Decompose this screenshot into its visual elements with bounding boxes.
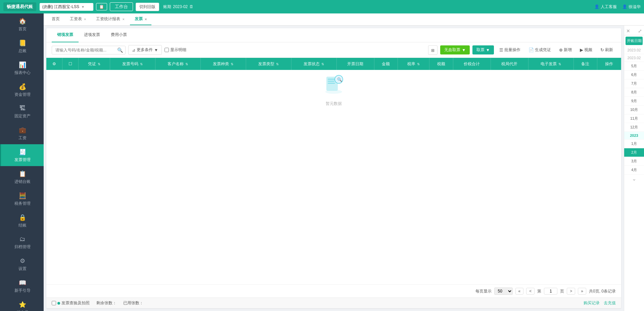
show-detail-checkbox-wrap[interactable]: 显示明细 <box>165 47 186 53</box>
month-entry-1[interactable]: 1月 <box>624 140 644 148</box>
sidebar-item-member[interactable]: ⭐ 畅会员 <box>0 297 44 311</box>
batch-op-button[interactable]: ☰ 批量操作 <box>497 45 523 54</box>
sidebar-item-sales[interactable]: 📋 进销台账 <box>0 166 44 188</box>
prev-page-button[interactable]: < <box>526 288 535 295</box>
col-tax-code[interactable]: 税局代开 <box>491 58 528 70</box>
archive-icon: 🗂 <box>19 236 26 243</box>
tab-salary-table-close[interactable]: × <box>84 17 86 21</box>
month-entry-9[interactable]: 9月 <box>624 97 644 106</box>
col-invoice-no[interactable]: 发票号码 ⇅ <box>110 58 155 70</box>
sub-tab-sales-invoice[interactable]: 销项发票 <box>52 28 79 42</box>
user-profile[interactable]: 👤 徐溢华 <box>622 4 641 10</box>
right-panel-expand[interactable]: ⤢ <box>638 28 642 34</box>
empty-illustration: 🔍 <box>320 70 347 97</box>
col-action[interactable]: 操作 <box>597 58 621 70</box>
new-label: 新增 <box>564 47 572 53</box>
customer-service[interactable]: 👤 人工客服 <box>594 4 617 10</box>
sidebar-item-finance[interactable]: 💰 资金管理 <box>0 79 44 101</box>
sidebar-item-settings[interactable]: ⚙ 设置 <box>0 253 44 275</box>
video-button[interactable]: ▶ 视频 <box>577 45 595 54</box>
right-panel-close[interactable]: ✕ <box>626 28 630 34</box>
col-remark[interactable]: 备注 <box>573 58 597 70</box>
col-amount-tax[interactable]: 价税合计 <box>453 58 491 70</box>
open-date-button[interactable]: 开账日期 <box>626 37 643 45</box>
col-cert[interactable]: 凭证 ⇅ <box>79 58 110 70</box>
batch-op-icon: ☰ <box>499 47 503 52</box>
col-invoice-status[interactable]: 发票状态 ⇅ <box>291 58 336 70</box>
get-bill-button[interactable]: 取票 ▼ <box>472 45 494 54</box>
col-check[interactable]: ☐ <box>62 58 78 70</box>
page-input[interactable] <box>544 288 557 295</box>
purchase-record-link[interactable]: 购买记录 <box>584 300 600 306</box>
first-page-button[interactable]: « <box>515 288 524 295</box>
sidebar-item-tax[interactable]: 🧮 税务管理 <box>0 188 44 210</box>
col-open-date[interactable]: 开票日期 <box>336 58 374 70</box>
toolbar: 🔍 ⊿ 更多条件 ▼ 显示明细 ⊞ <box>46 42 621 58</box>
month-entry-5[interactable]: 5月 <box>624 62 644 71</box>
month-entry-2023-02-1[interactable]: 2023.02 <box>624 46 644 54</box>
sidebar-item-label: 首页 <box>18 26 27 32</box>
grid-settings-button[interactable]: ⊞ <box>428 45 438 55</box>
copy-button[interactable]: 📋 <box>96 3 107 10</box>
sidebar-item-fixed[interactable]: 🏗 固定资产 <box>0 101 44 122</box>
last-page-button[interactable]: » <box>578 288 586 295</box>
sidebar-item-reports[interactable]: 📊 报表中心 <box>0 57 44 79</box>
sub-tab-purchase-invoice[interactable]: 进项发票 <box>79 28 105 42</box>
month-entry-3[interactable]: 3月 <box>624 157 644 166</box>
service-icon: 👤 <box>594 4 599 9</box>
tab-salary-stats-close[interactable]: × <box>122 17 124 21</box>
tab-invoice-close[interactable]: × <box>145 17 147 21</box>
tab-home[interactable]: 首页 <box>47 14 64 25</box>
show-detail-checkbox[interactable] <box>165 48 169 52</box>
tab-salary-stats[interactable]: 工资统计报表 × <box>91 14 129 25</box>
filter-button[interactable]: ⊿ 更多条件 ▼ <box>128 45 162 55</box>
col-customer[interactable]: 客户名称 ⇅ <box>155 58 200 70</box>
month-entry-6[interactable]: 6月 <box>624 71 644 79</box>
video-label: 视频 <box>584 47 592 53</box>
scroll-down-button[interactable]: ⌄ <box>624 174 644 183</box>
month-entry-11[interactable]: 11月 <box>624 114 644 123</box>
sidebar-item-invoice[interactable]: 🧾 发票管理 <box>0 144 44 166</box>
month-entry-12[interactable]: 12月 <box>624 123 644 132</box>
recharge-link[interactable]: 去充值 <box>604 300 616 306</box>
search-input[interactable] <box>52 46 126 54</box>
sidebar-item-newbie[interactable]: 📖 新手引导 <box>0 275 44 297</box>
sidebar-item-home[interactable]: 🏠 首页 <box>0 13 44 35</box>
col-tax-rate[interactable]: 税率 ⇅ <box>398 58 429 70</box>
sidebar-item-close[interactable]: 🔒 结账 <box>0 210 44 232</box>
tab-invoice[interactable]: 发票 × <box>130 14 151 25</box>
sidebar-item-salary[interactable]: 💼 工资 <box>0 122 44 144</box>
salary-icon: 💼 <box>19 126 26 134</box>
month-entry-7[interactable]: 7月 <box>624 79 644 88</box>
month-entry-2-active[interactable]: 2月 <box>624 148 644 157</box>
no-bill-button[interactable]: 无血取票 ▼ <box>440 45 470 54</box>
col-invoice-class[interactable]: 发票类型 ⇅ <box>246 58 291 70</box>
user-name-label: 徐溢华 <box>629 4 641 10</box>
sidebar-item-archive[interactable]: 🗂 归档管理 <box>0 232 44 253</box>
month-entry-4[interactable]: 4月 <box>624 166 644 174</box>
month-entry-8[interactable]: 8月 <box>624 88 644 97</box>
switch-version-button[interactable]: 切到旧版 <box>136 3 159 11</box>
sub-tab-expense-receipt[interactable]: 费用小票 <box>105 28 132 42</box>
invoice-check-checkbox[interactable] <box>52 301 56 305</box>
new-button[interactable]: ⊕ 新增 <box>556 45 574 54</box>
col-tax[interactable]: 税额 <box>429 58 453 70</box>
period-icon: 🗓 <box>189 4 193 9</box>
refresh-button[interactable]: ↻ 刷新 <box>598 45 616 54</box>
company-selector[interactable]: (勿删) 江西股宝-LSS ▼ <box>40 3 93 11</box>
tab-salary-table[interactable]: 工资表 × <box>65 14 91 25</box>
pagination-bar: 每页显示 50 10 20 100 « < 第 页 > » 共0页, 0条记录 <box>46 284 621 298</box>
col-amount[interactable]: 金额 <box>374 58 398 70</box>
col-settings[interactable]: ⚙ <box>46 58 62 70</box>
col-invoice-type[interactable]: 发票种类 ⇅ <box>200 58 246 70</box>
sidebar-item-ledger[interactable]: 📒 总账 <box>0 35 44 57</box>
page-size-select[interactable]: 50 10 20 100 <box>494 287 513 295</box>
search-icon: 🔍 <box>117 47 123 53</box>
tab-salary-stats-label: 工资统计报表 <box>96 16 120 22</box>
month-entry-2023-02-2[interactable]: 2023.02 <box>624 54 644 62</box>
next-page-button[interactable]: > <box>567 288 575 295</box>
month-entry-10[interactable]: 10月 <box>624 106 644 114</box>
gen-cert-button[interactable]: 📄 生成凭证 <box>526 45 554 54</box>
col-e-invoice[interactable]: 电子发票 ⇅ <box>528 58 573 70</box>
workbench-button[interactable]: 工作台 <box>110 2 133 11</box>
